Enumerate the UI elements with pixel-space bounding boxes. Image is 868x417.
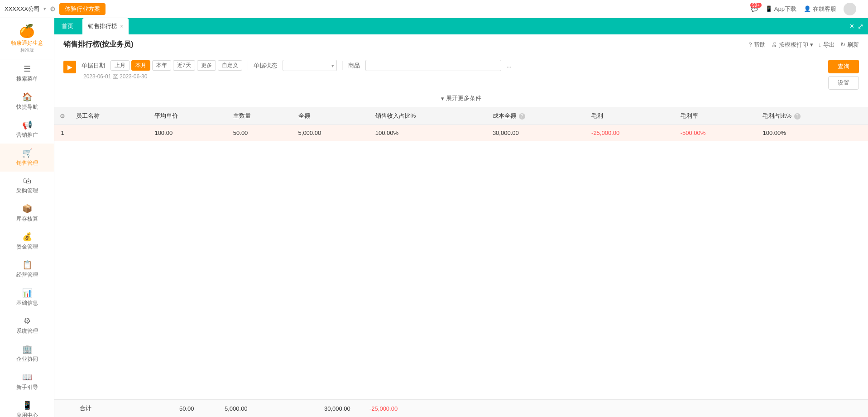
- td-cost: 30,000.00: [487, 125, 586, 141]
- notification-bell[interactable]: 💬 99+: [751, 5, 758, 12]
- header-actions: ? 帮助 🖨 按模板打印 ▾ ↓ 导出 ↻ 刷新: [748, 41, 859, 49]
- sidebar-item-finance[interactable]: 💰 资金管理: [0, 227, 54, 255]
- data-table: ⚙ 员工名称 平均单价 主数量 全额 销售收入占比% 成本全额 ? 毛利 毛利率…: [54, 107, 868, 141]
- avatar[interactable]: [844, 3, 856, 15]
- sidebar-item-basic-label: 基础信息: [16, 299, 38, 307]
- trial-button[interactable]: 体验行业方案: [59, 3, 106, 15]
- setting-button[interactable]: 设置: [828, 76, 859, 90]
- company-dropdown-icon[interactable]: ▾: [43, 6, 46, 12]
- notification-badge: 99+: [750, 3, 762, 8]
- table-settings-icon[interactable]: ⚙: [54, 107, 71, 125]
- basic-icon: 📊: [22, 288, 32, 298]
- page-header: 销售排行榜(按业务员) ? 帮助 🖨 按模板打印 ▾ ↓ 导出: [54, 34, 868, 55]
- home-icon: 🏠: [22, 92, 32, 102]
- status-select[interactable]: [283, 60, 337, 71]
- filter-area: ▶ 单据日期 上月 本月 本年 近7天 更多 自定义: [54, 55, 868, 107]
- sidebar-item-nav[interactable]: 🏠 快捷导航: [0, 87, 54, 115]
- top-bar-left: XXXXXX公司 ▾ ⚙ 体验行业方案: [5, 3, 751, 15]
- divider2: [342, 61, 343, 70]
- sidebar-item-search-label: 搜索菜单: [16, 75, 38, 83]
- sidebar-item-basic[interactable]: 📊 基础信息: [0, 283, 54, 312]
- date-tab-more[interactable]: 更多: [197, 60, 216, 71]
- sidebar-item-enterprise-label: 企业协同: [16, 355, 38, 363]
- sidebar-item-guide[interactable]: 📖 新手引导: [0, 368, 54, 396]
- sidebar-item-finance-label: 资金管理: [16, 243, 38, 251]
- sidebar-item-enterprise[interactable]: 🏢 企业协同: [0, 340, 54, 368]
- sidebar-item-inventory-label: 库存核算: [16, 215, 38, 223]
- company-settings-icon[interactable]: ⚙: [50, 5, 56, 13]
- app-download-link[interactable]: 📱 App下载: [765, 5, 796, 13]
- help-button[interactable]: ? 帮助: [748, 41, 765, 49]
- sidebar-item-sales-label: 销售管理: [16, 159, 38, 167]
- sidebar-item-management[interactable]: 📋 经营管理: [0, 255, 54, 283]
- td-rank: 1: [54, 125, 71, 141]
- export-button[interactable]: ↓ 导出: [819, 41, 835, 49]
- filter-expand-toggle[interactable]: ▶: [63, 61, 76, 73]
- main-layout: 🍊 畅康通好生意 标准版 ☰ 搜索菜单 🏠 快捷导航 📢 营销推广 🛒 销售管理…: [0, 18, 868, 417]
- th-avg-price: 平均单价: [149, 107, 227, 125]
- company-name: XXXXXX公司: [5, 5, 40, 13]
- chevron-down-icon: ▾: [441, 95, 444, 102]
- goods-input[interactable]: [365, 60, 501, 71]
- print-button[interactable]: 🖨 按模板打印 ▾: [771, 41, 813, 49]
- date-tab-prev-month[interactable]: 上月: [110, 60, 129, 71]
- refresh-button[interactable]: ↻ 刷新: [840, 41, 859, 49]
- sidebar-item-purchase[interactable]: 🛍 采购管理: [0, 172, 54, 199]
- th-sales-pct: 销售收入占比%: [370, 107, 487, 125]
- td-sales-pct: 100.00%: [370, 125, 487, 141]
- date-range-display: 2023-06-01 至 2023-06-30: [82, 73, 823, 81]
- tab-bar: 首页 销售排行榜 × × ⤢: [54, 18, 868, 34]
- date-tab-7days[interactable]: 近7天: [173, 60, 195, 71]
- filter-fields: 单据日期 上月 本月 本年 近7天 更多 自定义 单据状态: [82, 60, 823, 81]
- table-row: 1 100.00 50.00 5,000.00 100.00% 30,000.0…: [54, 125, 868, 141]
- td-avg-price: 100.00: [149, 125, 227, 141]
- sidebar-item-sales[interactable]: 🛒 销售管理: [0, 144, 54, 172]
- window-expand-icon[interactable]: ⤢: [858, 22, 863, 31]
- th-total: 全额: [293, 107, 370, 125]
- page-content: 销售排行榜(按业务员) ? 帮助 🖨 按模板打印 ▾ ↓ 导出: [54, 34, 868, 417]
- window-close-icon[interactable]: ×: [850, 22, 854, 30]
- th-main-qty: 主数量: [228, 107, 293, 125]
- sidebar-item-management-label: 经营管理: [16, 271, 38, 279]
- sidebar-item-apps[interactable]: 📱 应用中心: [0, 396, 54, 417]
- td-main-qty: 50.00: [228, 125, 293, 141]
- action-buttons: 查询 设置: [828, 60, 859, 90]
- cost-info-icon[interactable]: ?: [519, 113, 525, 120]
- sidebar-item-search[interactable]: ☰ 搜索菜单: [0, 59, 54, 87]
- date-tab-current-year[interactable]: 本年: [152, 60, 171, 71]
- print-icon: 🖨: [771, 41, 777, 48]
- date-tab-custom[interactable]: 自定义: [218, 60, 242, 71]
- help-icon: ?: [748, 41, 752, 48]
- goods-more-btn[interactable]: ...: [507, 62, 512, 69]
- sidebar-item-marketing[interactable]: 📢 营销推广: [0, 115, 54, 144]
- purchase-icon: 🛍: [23, 176, 31, 186]
- footer-cost: 30,000.00: [319, 405, 364, 412]
- expand-more-button[interactable]: ▾ 展开更多条件: [441, 94, 481, 102]
- tab-home[interactable]: 首页: [54, 18, 81, 34]
- query-button[interactable]: 查询: [828, 60, 859, 73]
- online-support-link[interactable]: 👤 在线客服: [804, 5, 836, 13]
- date-tab-current-month[interactable]: 本月: [131, 60, 150, 71]
- chevron-icon: ▶: [67, 63, 72, 71]
- footer-main-qty: 50.00: [174, 405, 219, 412]
- content-area: 首页 销售排行榜 × × ⤢ 销售排行榜(按业务员) ? 帮助: [54, 18, 868, 417]
- tab-sales-rank[interactable]: 销售排行榜 ×: [82, 18, 129, 34]
- page-title: 销售排行榜(按业务员): [63, 40, 134, 49]
- sidebar-item-guide-label: 新手引导: [16, 383, 38, 391]
- footer-total: 5,000.00: [219, 405, 264, 412]
- inventory-icon: 📦: [22, 204, 32, 214]
- guide-icon: 📖: [22, 372, 32, 382]
- table-footer: 合计 50.00 5,000.00 30,000.00 -25,000.00: [54, 399, 868, 417]
- logo-icon: 🍊: [19, 24, 35, 38]
- refresh-icon: ↻: [840, 41, 845, 48]
- profit-pct-info-icon[interactable]: ?: [794, 113, 801, 120]
- sidebar-item-marketing-label: 营销推广: [16, 131, 38, 139]
- print-dropdown-icon[interactable]: ▾: [810, 41, 813, 48]
- management-icon: 📋: [22, 260, 32, 270]
- th-profit: 毛利: [586, 107, 675, 125]
- top-bar-right: 💬 99+ 📱 App下载 👤 在线客服: [751, 3, 863, 15]
- tab-close-icon[interactable]: ×: [120, 23, 123, 29]
- top-bar: XXXXXX公司 ▾ ⚙ 体验行业方案 💬 99+ 📱 App下载 👤 在线客服: [0, 0, 868, 18]
- sidebar-item-system[interactable]: ⚙ 系统管理: [0, 312, 54, 340]
- sidebar-item-inventory[interactable]: 📦 库存核算: [0, 199, 54, 227]
